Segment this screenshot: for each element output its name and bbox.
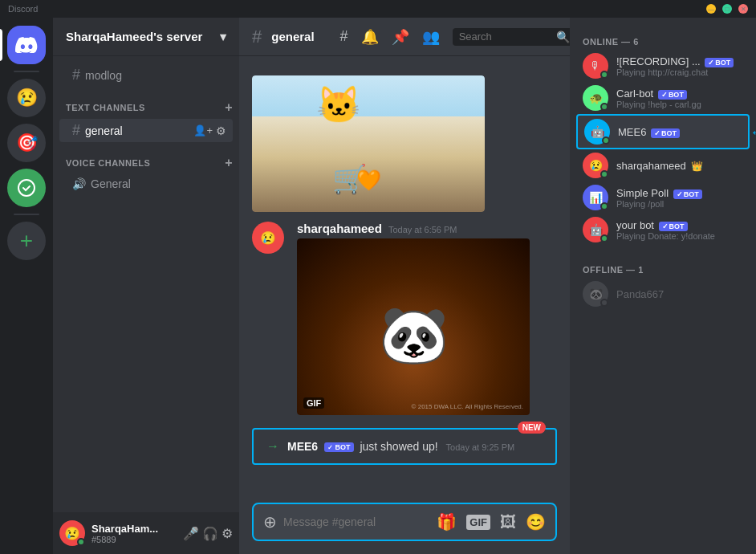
member-item-mee6[interactable]: 🤖 MEE6 ✓BOT ← xyxy=(576,114,750,149)
voice-speaker-icon: 🔊 xyxy=(72,177,86,190)
server-header[interactable]: SharqaHameed's server ▾ xyxy=(53,18,239,56)
member-item-panda667[interactable]: 🐼 Panda667 xyxy=(576,278,750,310)
bell-icon[interactable]: 🔔 xyxy=(361,28,379,46)
msg-avatar-sharqa: 😢 xyxy=(252,222,284,254)
text-channels-header[interactable]: TEXT CHANNELS + xyxy=(53,88,239,118)
member-status-carl-bot xyxy=(600,103,608,111)
channel-item-general-voice[interactable]: 🔊 General xyxy=(59,174,233,193)
member-info-mee6: MEE6 ✓BOT xyxy=(618,126,742,138)
member-activity-recording-bot: Playing http://craig.chat xyxy=(616,67,743,77)
mee6-message-text: just showed up! xyxy=(360,440,437,453)
msg-header-panda: sharqahameed Today at 6:56 PM xyxy=(297,222,557,235)
member-name-mee6: MEE6 ✓BOT xyxy=(618,126,742,138)
title-bar: Discord — □ ✕ xyxy=(0,0,756,18)
header-icons: # 🔔 📌 👥 🔍 📥 ❓ xyxy=(340,28,570,46)
member-item-your-bot[interactable]: 🤖 your bot ✓BOT Playing Donate: y!donate xyxy=(576,214,750,246)
chat-channel-name: general xyxy=(271,30,314,43)
voice-channels-title: VOICE CHANNELS xyxy=(66,158,150,168)
member-item-carl-bot[interactable]: 🐢 Carl-bot ✓BOT Playing !help - carl.gg xyxy=(576,82,750,114)
channel-name-general-voice: General xyxy=(91,177,131,190)
member-activity-carl-bot: Playing !help - carl.gg xyxy=(616,100,743,109)
app-layout: 😢 🎯 + SharqaHameed's server ▾ # modlog xyxy=(0,18,756,554)
pin-icon[interactable]: 📌 xyxy=(392,28,409,46)
member-item-sharqa[interactable]: 😢 sharqahameed 👑 xyxy=(576,149,750,181)
member-avatar-mee6: 🤖 xyxy=(584,119,610,145)
panda-gif-container: 🐼 © 2015 DWA LLC. All Rights Reserved. G… xyxy=(297,238,538,415)
server-icon-s3[interactable] xyxy=(7,169,46,207)
close-button[interactable]: ✕ xyxy=(738,4,748,14)
member-avatar-recording-bot: 🎙 xyxy=(583,53,608,79)
deafen-icon[interactable]: 🎧 xyxy=(202,526,218,541)
member-activity-simple-poll: Playing /poll xyxy=(616,199,743,209)
emoji-icon[interactable]: 😊 xyxy=(526,512,546,532)
member-avatar-sharqa: 😢 xyxy=(583,153,608,178)
voice-channels-header[interactable]: VOICE CHANNELS + xyxy=(53,143,239,173)
msg-author-panda: sharqahameed xyxy=(297,222,382,235)
add-text-channel-button[interactable]: + xyxy=(225,100,233,115)
server-sidebar: 😢 🎯 + xyxy=(0,18,53,554)
message-group-panda: 😢 sharqahameed Today at 6:56 PM 🐼 © 2015… xyxy=(239,218,570,418)
server-icon-s2[interactable]: 🎯 xyxy=(7,124,46,162)
minimize-button[interactable]: — xyxy=(706,4,716,14)
server-divider xyxy=(14,71,39,72)
search-box[interactable]: 🔍 xyxy=(453,28,570,46)
add-voice-channel-button[interactable]: + xyxy=(225,156,233,170)
gift-icon[interactable]: 🎁 xyxy=(437,512,457,532)
search-input[interactable] xyxy=(459,31,551,43)
gif-icon[interactable]: GIF xyxy=(466,515,490,530)
member-name-sharqa: sharqahameed 👑 xyxy=(616,160,743,172)
user-info: SharqaHam... #5889 xyxy=(91,523,177,544)
offline-section-title: OFFLINE — 1 xyxy=(576,259,750,278)
hashtag-header-icon[interactable]: # xyxy=(340,28,348,46)
member-status-simple-poll xyxy=(600,202,608,210)
maximize-button[interactable]: □ xyxy=(722,4,732,14)
member-name-simple-poll: Simple Poll ✓BOT xyxy=(616,187,743,199)
online-section-title: ONLINE — 6 xyxy=(576,31,750,50)
app-title: Discord xyxy=(8,4,38,14)
mee6-name: MEE6 xyxy=(287,440,318,453)
member-avatar-your-bot: 🤖 xyxy=(583,217,608,242)
member-status-recording-bot xyxy=(600,71,608,79)
add-server-button[interactable]: + xyxy=(7,222,46,260)
sticker-icon[interactable]: 🖼 xyxy=(500,513,516,532)
channel-hash-icon: # xyxy=(72,67,80,84)
members-sidebar: ONLINE — 6 🎙 ![RECORDING] ... ✓BOT Playi… xyxy=(570,18,756,554)
member-avatar-simple-poll: 📊 xyxy=(583,185,608,210)
chat-header: # general # 🔔 📌 👥 🔍 📥 ❓ xyxy=(239,18,570,56)
members-icon[interactable]: 👥 xyxy=(422,28,440,46)
member-item-simple-poll[interactable]: 📊 Simple Poll ✓BOT Playing /poll xyxy=(576,181,750,214)
member-status-mee6 xyxy=(602,136,610,145)
chat-area: 🐱 🛒 🧡 😢 sharqahameed Today at 6:56 PM xyxy=(239,56,570,503)
main-content: # general # 🔔 📌 👥 🔍 📥 ❓ xyxy=(239,18,570,554)
window-controls[interactable]: — □ ✕ xyxy=(706,4,748,14)
channel-general-hash-icon: # xyxy=(72,122,80,139)
add-message-button[interactable]: ⊕ xyxy=(263,504,277,540)
mee6-bot-badge: ✓ BOT xyxy=(324,442,354,452)
settings-icon[interactable]: ⚙ xyxy=(222,526,233,541)
user-avatar-wrapper: 😢 xyxy=(59,520,85,546)
message-input[interactable] xyxy=(283,507,430,537)
bot-badge-carl: ✓BOT xyxy=(658,90,687,100)
channel-name-modlog: modlog xyxy=(85,69,122,82)
channel-list: # modlog TEXT CHANNELS + # general 👤+ ⚙ … xyxy=(53,56,239,512)
bot-badge-recording: ✓BOT xyxy=(705,58,734,67)
member-avatar-panda667: 🐼 xyxy=(583,281,608,307)
mee6-notification-timestamp: Today at 9:25 PM xyxy=(446,442,515,452)
server-header-arrow-icon: ▾ xyxy=(220,30,226,44)
mee6-notification: NEW → MEE6 ✓ BOT just showed up! Today a… xyxy=(252,428,557,465)
user-discriminator: #5889 xyxy=(91,535,177,544)
channel-item-modlog[interactable]: # modlog xyxy=(59,63,233,87)
mee6-arrow-icon: → xyxy=(266,439,279,454)
member-info-carl-bot: Carl-bot ✓BOT Playing !help - carl.gg xyxy=(616,88,743,109)
settings-icon[interactable]: ⚙ xyxy=(216,124,226,137)
member-info-simple-poll: Simple Poll ✓BOT Playing /poll xyxy=(616,187,743,209)
msg-content-panda: sharqahameed Today at 6:56 PM 🐼 © 2015 D… xyxy=(297,222,557,415)
mute-icon[interactable]: 🎤 xyxy=(183,526,199,541)
server-icon-discord[interactable] xyxy=(7,26,46,64)
member-item-recording-bot[interactable]: 🎙 ![RECORDING] ... ✓BOT Playing http://c… xyxy=(576,50,750,82)
channel-name-general: general xyxy=(85,124,123,137)
add-member-icon[interactable]: 👤+ xyxy=(193,124,213,137)
channel-item-general[interactable]: # general 👤+ ⚙ xyxy=(59,119,233,142)
mee6-msg-row: → MEE6 ✓ BOT just showed up! Today at 9:… xyxy=(266,439,543,454)
server-icon-s1[interactable]: 😢 xyxy=(7,79,46,117)
